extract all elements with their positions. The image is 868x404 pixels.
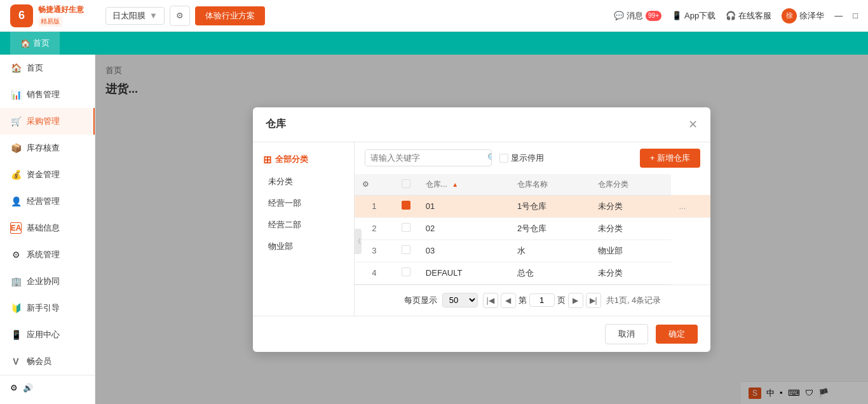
purchase-icon: 🛒 bbox=[10, 116, 22, 127]
table-row[interactable]: 4 DEFAULT 总仓 未分类 bbox=[355, 262, 710, 284]
modal-close-button[interactable]: ✕ bbox=[688, 118, 698, 131]
search-button[interactable]: 🔍 bbox=[482, 150, 492, 166]
sidebar-item-guide[interactable]: 🔰 新手引导 bbox=[0, 295, 95, 321]
table-row[interactable]: 2 02 2号仓库 未分类 bbox=[355, 217, 710, 239]
sales-icon: 📊 bbox=[10, 89, 22, 100]
sidebar-item-sales[interactable]: 📊 销售管理 bbox=[0, 81, 95, 108]
speaker-icon[interactable]: 🔊 bbox=[23, 383, 33, 393]
grid-icon: ⊞ bbox=[263, 154, 271, 166]
expand-icon: □ bbox=[853, 11, 858, 20]
sidebar-item-apps[interactable]: 📱 应用中心 bbox=[0, 321, 95, 348]
sidebar-item-purchase[interactable]: 🛒 采购管理 bbox=[0, 108, 95, 135]
search-input[interactable] bbox=[365, 150, 482, 166]
first-page-button[interactable]: |◀ bbox=[483, 293, 498, 308]
add-warehouse-button[interactable]: + 新增仓库 bbox=[640, 149, 700, 168]
category-item-unclassified[interactable]: 未分类 bbox=[253, 171, 354, 192]
show-disabled-toggle[interactable]: 显示停用 bbox=[499, 152, 544, 164]
row-checkbox-cell[interactable] bbox=[394, 195, 418, 217]
row-code: DEFAULT bbox=[418, 262, 510, 284]
th-settings: ⚙ bbox=[355, 174, 394, 196]
gear-icon: ⚙ bbox=[176, 11, 184, 20]
row-actions[interactable]: ... bbox=[671, 195, 710, 217]
row-checkbox[interactable] bbox=[402, 201, 410, 210]
sort-icon: ▲ bbox=[452, 181, 458, 188]
sidebar-item-operations[interactable]: 👤 经营管理 bbox=[0, 188, 95, 215]
category-item-property[interactable]: 物业部 bbox=[253, 236, 354, 257]
category-item-operations2[interactable]: 经营二部 bbox=[253, 214, 354, 236]
row-code: 01 bbox=[418, 195, 510, 217]
row-category: 未分类 bbox=[590, 217, 671, 239]
th-category[interactable]: 仓库分类 bbox=[590, 174, 671, 196]
show-disabled-checkbox[interactable] bbox=[499, 154, 508, 163]
prev-page-button[interactable]: ◀ bbox=[501, 293, 516, 308]
app-download-button[interactable]: 📱 App下载 bbox=[672, 10, 715, 22]
cancel-button[interactable]: 取消 bbox=[605, 324, 648, 344]
system-icon: ⚙ bbox=[10, 249, 22, 260]
sub-tab-home[interactable]: 🏠 首页 bbox=[10, 32, 60, 55]
minimize-button[interactable]: — bbox=[834, 11, 843, 20]
category-sidebar: ⊞ 全部分类 未分类 经营一部 经营二部 物业部 《 bbox=[253, 142, 355, 316]
page-nav: |◀ ◀ 第 页 ▶ ▶| bbox=[483, 293, 601, 308]
sidebar-item-basicinfo[interactable]: EA 基础信息 bbox=[0, 215, 95, 241]
main-layout: 🏠 首页 📊 销售管理 🛒 采购管理 📦 库存核查 💰 资金管理 👤 经营管理 … bbox=[0, 55, 868, 404]
row-checkbox-cell[interactable] bbox=[394, 262, 418, 284]
table-row[interactable]: 1 01 1号仓库 未分类 ... bbox=[355, 195, 710, 217]
row-name: 2号仓库 bbox=[510, 217, 590, 239]
chevron-left-icon: 《 bbox=[355, 237, 361, 246]
select-all-checkbox[interactable] bbox=[402, 179, 410, 188]
next-page-button[interactable]: ▶ bbox=[568, 293, 583, 308]
home-icon: 🏠 bbox=[10, 62, 22, 74]
top-header: 6 畅捷通好生意 精易版 日太阳膜 ▼ ⚙ 体验行业方案 💬 消息 99+ 📱 … bbox=[0, 0, 868, 32]
row-checkbox-cell[interactable] bbox=[394, 239, 418, 262]
minus-icon: — bbox=[834, 11, 843, 20]
table-area: 🔍 显示停用 + 新增仓库 bbox=[355, 142, 710, 316]
th-checkbox bbox=[394, 174, 418, 196]
collapse-category-button[interactable]: 《 bbox=[354, 229, 362, 254]
row-checkbox[interactable] bbox=[402, 223, 410, 232]
page-size-select[interactable]: 50 10 20 100 bbox=[442, 293, 478, 307]
message-icon: 💬 bbox=[614, 11, 624, 20]
row-checkbox-cell[interactable] bbox=[394, 217, 418, 239]
category-item-operations1[interactable]: 经营一部 bbox=[253, 192, 354, 214]
category-all[interactable]: ⊞ 全部分类 bbox=[253, 149, 354, 171]
page-number-input[interactable] bbox=[529, 293, 555, 307]
modal-overlay: 仓库 ✕ ⊞ 全部分类 未分类 经营一部 经营二部 物业部 bbox=[95, 55, 868, 404]
row-checkbox[interactable] bbox=[402, 245, 410, 254]
trial-button[interactable]: 体验行业方案 bbox=[195, 6, 265, 25]
row-num: 4 bbox=[355, 262, 394, 284]
sidebar-item-inventory[interactable]: 📦 库存核查 bbox=[0, 135, 95, 161]
maximize-button[interactable]: □ bbox=[853, 11, 858, 20]
settings-button[interactable]: ⚙ bbox=[170, 6, 190, 26]
th-name[interactable]: 仓库名称 bbox=[510, 174, 590, 196]
logo-icon: 6 bbox=[10, 4, 33, 27]
row-name: 1号仓库 bbox=[510, 195, 590, 217]
message-button[interactable]: 💬 消息 99+ bbox=[614, 10, 661, 22]
sidebar-item-enterprise[interactable]: 🏢 企业协同 bbox=[0, 268, 95, 295]
data-table: ⚙ 仓库... ▲ bbox=[355, 174, 710, 285]
chevron-down-icon: ▼ bbox=[149, 11, 158, 20]
apps-icon: 📱 bbox=[10, 329, 22, 340]
confirm-button[interactable]: 确定 bbox=[656, 325, 698, 344]
online-service-button[interactable]: 🎧 在线客服 bbox=[726, 10, 771, 22]
last-page-button[interactable]: ▶| bbox=[586, 293, 601, 308]
user-avatar: 徐 bbox=[782, 8, 797, 24]
row-category: 未分类 bbox=[590, 195, 671, 217]
inventory-icon: 📦 bbox=[10, 142, 22, 154]
row-checkbox[interactable] bbox=[402, 267, 410, 276]
sidebar-footer: ⚙ 🔊 bbox=[0, 375, 95, 400]
company-selector[interactable]: 日太阳膜 ▼ bbox=[105, 7, 165, 25]
row-name: 水 bbox=[510, 239, 590, 262]
sidebar-item-system[interactable]: ⚙ 系统管理 bbox=[0, 241, 95, 268]
settings-footer-icon[interactable]: ⚙ bbox=[10, 383, 18, 393]
modal-body: ⊞ 全部分类 未分类 经营一部 经营二部 物业部 《 bbox=[253, 142, 710, 316]
sidebar-item-member[interactable]: V 畅会员 bbox=[0, 348, 95, 375]
table-row[interactable]: 3 03 水 物业部 bbox=[355, 239, 710, 262]
main-content: 首页 进货... 仓库 ✕ ⊞ 全部分 bbox=[95, 55, 868, 404]
user-menu[interactable]: 徐 徐泽华 bbox=[782, 8, 824, 24]
th-code[interactable]: 仓库... ▲ bbox=[418, 174, 510, 196]
sidebar-item-home[interactable]: 🏠 首页 bbox=[0, 55, 95, 81]
headset-icon: 🎧 bbox=[726, 11, 736, 20]
operations-icon: 👤 bbox=[10, 196, 22, 207]
sidebar-item-finance[interactable]: 💰 资金管理 bbox=[0, 161, 95, 188]
header-center: 日太阳膜 ▼ ⚙ 体验行业方案 bbox=[105, 6, 614, 26]
